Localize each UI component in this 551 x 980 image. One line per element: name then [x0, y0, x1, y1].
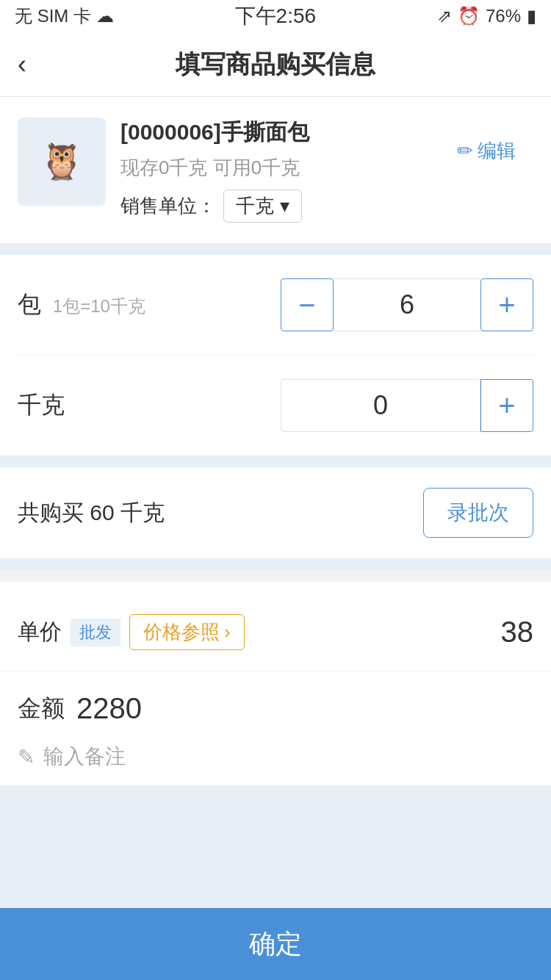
divider-1 [0, 243, 551, 255]
kilogram-label: 千克 [18, 389, 65, 422]
package-input[interactable] [334, 278, 480, 331]
product-unit-row: 销售单位： 千克 ▾ [120, 190, 533, 223]
status-right: ⇗ ⏰ 76% ▮ [437, 6, 536, 26]
kilogram-row: 千克 + [18, 356, 533, 455]
product-image: 🦉 [18, 118, 106, 206]
batch-button[interactable]: 录批次 [423, 488, 533, 538]
price-ref-arrow-icon: › [224, 621, 231, 644]
back-button[interactable]: ‹ [18, 49, 26, 80]
kilogram-stepper: + [281, 379, 533, 432]
alarm-icon: ⏰ [458, 6, 480, 26]
package-label: 包 [18, 291, 41, 317]
location-icon: ⇗ [437, 6, 452, 26]
price-value: 38 [501, 616, 534, 649]
amount-value: 2280 [76, 692, 142, 725]
remark-icon: ✎ [18, 745, 35, 769]
battery-icon: ▮ [527, 6, 536, 26]
amount-label: 金额 [18, 693, 65, 725]
sim-label: 无 SIM 卡 ☁ [15, 4, 114, 28]
package-minus-button[interactable]: − [281, 278, 334, 331]
remark-placeholder: 输入备注 [43, 743, 126, 771]
product-info: [0000006]手撕面包 现存0千克 可用0千克 销售单位： 千克 ▾ ✏ 编… [120, 118, 533, 223]
package-label-group: 包 1包=10千克 [18, 289, 145, 321]
edit-button[interactable]: ✏ 编辑 [457, 138, 516, 164]
total-section: 共购买 60 千克 录批次 [0, 467, 551, 558]
price-batch-tag: 批发 [71, 619, 120, 646]
unit-arrow-icon: ▾ [280, 195, 289, 217]
kilogram-plus-button[interactable]: + [480, 379, 533, 432]
nav-bar: ‹ 填写商品购买信息 [0, 32, 551, 97]
price-amount-card: 单价 批发 价格参照 › 38 金额 2280 ✎ 输入备注 [0, 582, 551, 785]
status-left: 无 SIM 卡 ☁ [15, 4, 114, 28]
edit-icon: ✏ [457, 140, 473, 162]
status-bar: 无 SIM 卡 ☁ 下午2:56 ⇗ ⏰ 76% ▮ [0, 0, 551, 32]
edit-label: 编辑 [478, 138, 516, 164]
price-section: 单价 批发 价格参照 › 38 [0, 594, 551, 671]
unit-selector[interactable]: 千克 ▾ [223, 190, 302, 223]
unit-label: 销售单位： [120, 193, 216, 219]
confirm-button[interactable]: 确定 [0, 908, 551, 980]
divider-3 [0, 558, 551, 570]
amount-section: 金额 2280 ✎ 输入备注 [0, 671, 551, 785]
package-sublabel: 1包=10千克 [53, 296, 145, 316]
page-title: 填写商品购买信息 [176, 48, 375, 82]
product-logo: 🦉 [40, 141, 84, 182]
status-time: 下午2:56 [235, 2, 317, 30]
price-ref-label: 价格参照 [143, 619, 220, 645]
remark-row[interactable]: ✎ 输入备注 [18, 743, 533, 771]
kilogram-input[interactable] [281, 379, 480, 432]
input-section: 包 1包=10千克 − + 千克 + [0, 255, 551, 455]
package-stepper: − + [281, 278, 533, 331]
price-left: 单价 批发 价格参照 › [18, 614, 245, 650]
price-label: 单价 [18, 617, 62, 647]
product-card: 🦉 [0000006]手撕面包 现存0千克 可用0千克 销售单位： 千克 ▾ ✏… [0, 97, 551, 243]
package-row: 包 1包=10千克 − + [18, 255, 533, 356]
package-plus-button[interactable]: + [480, 278, 533, 331]
amount-row: 金额 2280 [18, 692, 533, 725]
divider-2 [0, 455, 551, 467]
battery-label: 76% [486, 6, 521, 26]
total-text: 共购买 60 千克 [18, 498, 165, 528]
price-ref-button[interactable]: 价格参照 › [129, 614, 245, 650]
unit-value: 千克 [236, 193, 274, 219]
